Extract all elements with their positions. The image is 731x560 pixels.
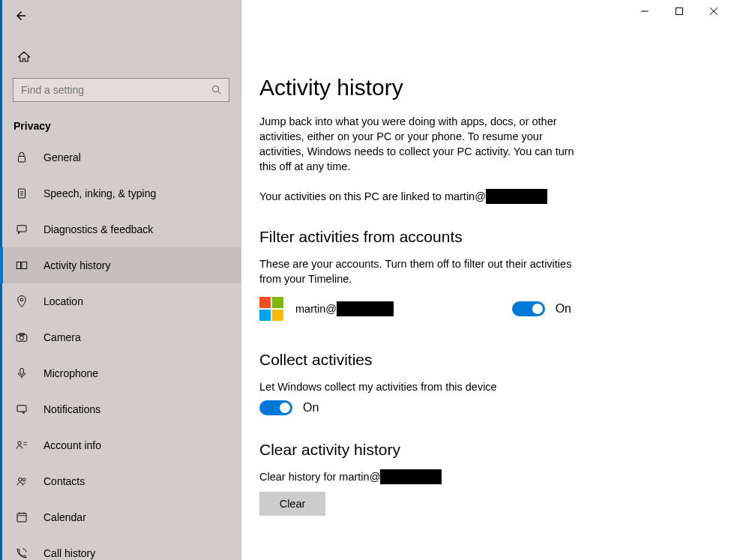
- collect-activities-toggle-state: On: [303, 401, 319, 415]
- svg-point-20: [22, 478, 25, 481]
- account-email-prefix: martin@: [295, 303, 337, 315]
- window-titlebar: [628, 0, 731, 22]
- sidebar-item-label: Microphone: [43, 367, 98, 379]
- sidebar-item-calendar[interactable]: Calendar: [0, 499, 241, 535]
- activity-history-icon: [13, 257, 30, 274]
- sidebar-item-camera[interactable]: Camera: [0, 319, 241, 355]
- sidebar-item-label: Activity history: [43, 259, 110, 271]
- sidebar-item-label: Call history: [43, 547, 95, 559]
- sidebar-item-call-history[interactable]: Call history: [0, 535, 241, 560]
- sidebar-item-location[interactable]: Location: [0, 283, 241, 319]
- linked-account-line: Your activities on this PC are linked to…: [259, 189, 586, 204]
- sidebar-item-diagnostics[interactable]: Diagnostics & feedback: [0, 211, 241, 247]
- redacted-domain: [337, 301, 394, 316]
- account-filter-toggle[interactable]: [512, 301, 545, 316]
- sidebar-item-label: Contacts: [43, 475, 85, 487]
- maximize-icon: [676, 7, 683, 15]
- redacted-domain: [486, 189, 547, 204]
- search-icon: [211, 84, 223, 96]
- minimize-button[interactable]: [628, 0, 662, 22]
- sidebar-item-label: Diagnostics & feedback: [43, 223, 153, 235]
- back-button[interactable]: [6, 1, 36, 31]
- minimize-icon: [641, 7, 649, 15]
- clear-heading: Clear activity history: [259, 441, 586, 459]
- svg-rect-14: [20, 368, 24, 374]
- sidebar-item-label: Notifications: [43, 403, 100, 415]
- svg-rect-8: [16, 262, 20, 269]
- account-email: martin@: [295, 301, 394, 316]
- collect-activities-toggle[interactable]: [259, 400, 292, 415]
- calendar-icon: [13, 509, 30, 526]
- collect-description: Let Windows collect my activities from t…: [259, 379, 586, 394]
- sidebar-section-label: Privacy: [0, 102, 241, 139]
- microsoft-logo-icon: [259, 297, 283, 321]
- sidebar-item-account-info[interactable]: Account info: [0, 427, 241, 463]
- account-filter-row: martin@ On: [259, 297, 586, 321]
- sidebar-item-notifications[interactable]: Notifications: [0, 391, 241, 427]
- main-pane: Activity history Jump back into what you…: [241, 0, 731, 560]
- notifications-icon: [13, 401, 30, 418]
- page-description: Jump back into what you were doing with …: [259, 114, 586, 174]
- redacted-domain: [380, 469, 442, 484]
- svg-point-0: [213, 86, 219, 92]
- svg-rect-11: [16, 334, 27, 341]
- sidebar-item-speech[interactable]: Speech, inking, & typing: [0, 175, 241, 211]
- svg-rect-9: [22, 262, 27, 269]
- sidebar-item-activity-history[interactable]: Activity history: [0, 247, 241, 283]
- sidebar-item-label: Calendar: [43, 511, 86, 523]
- sidebar-item-contacts[interactable]: Contacts: [0, 463, 241, 499]
- search-input[interactable]: [13, 84, 229, 96]
- svg-rect-7: [17, 226, 26, 232]
- home-button[interactable]: [9, 42, 39, 72]
- sidebar-item-label: Speech, inking, & typing: [43, 187, 156, 199]
- svg-point-10: [20, 298, 23, 301]
- sidebar-item-microphone[interactable]: Microphone: [0, 355, 241, 391]
- settings-sidebar: Privacy General Speech, inking, & typing…: [0, 0, 241, 560]
- sidebar-item-label: General: [43, 151, 81, 163]
- feedback-icon: [13, 221, 30, 238]
- filter-description: These are your accounts. Turn them off t…: [259, 256, 586, 286]
- clear-history-line: Clear history for martin@: [259, 469, 586, 484]
- search-settings[interactable]: [13, 78, 229, 102]
- clear-history-prefix: Clear history for martin@: [259, 471, 380, 483]
- contacts-icon: [13, 473, 30, 490]
- svg-point-12: [19, 336, 23, 340]
- svg-rect-2: [19, 157, 25, 163]
- sidebar-item-label: Account info: [43, 439, 101, 451]
- svg-rect-21: [17, 514, 26, 522]
- page-title: Activity history: [259, 75, 586, 100]
- camera-icon: [13, 329, 30, 346]
- microphone-icon: [13, 365, 30, 382]
- sidebar-item-label: Location: [43, 295, 83, 307]
- lock-icon: [13, 149, 30, 166]
- clipboard-icon: [13, 185, 30, 202]
- close-button[interactable]: [697, 0, 731, 22]
- maximize-button[interactable]: [662, 0, 697, 22]
- back-arrow-icon: [14, 9, 28, 22]
- close-icon: [710, 7, 718, 15]
- account-filter-toggle-state: On: [556, 302, 571, 316]
- sidebar-item-label: Camera: [43, 331, 81, 343]
- filter-heading: Filter activities from accounts: [259, 228, 586, 246]
- location-icon: [13, 293, 30, 310]
- collect-heading: Collect activities: [259, 351, 586, 369]
- home-icon: [17, 50, 31, 64]
- clear-button[interactable]: Clear: [259, 492, 325, 516]
- linked-account-prefix: Your activities on this PC are linked to…: [259, 190, 486, 202]
- svg-rect-15: [17, 406, 26, 412]
- sidebar-item-general[interactable]: General: [0, 139, 241, 175]
- svg-point-19: [19, 478, 22, 482]
- call-history-icon: [13, 545, 30, 560]
- svg-rect-26: [676, 8, 683, 15]
- account-info-icon: [13, 437, 30, 454]
- svg-point-16: [18, 442, 22, 445]
- svg-line-1: [218, 91, 220, 94]
